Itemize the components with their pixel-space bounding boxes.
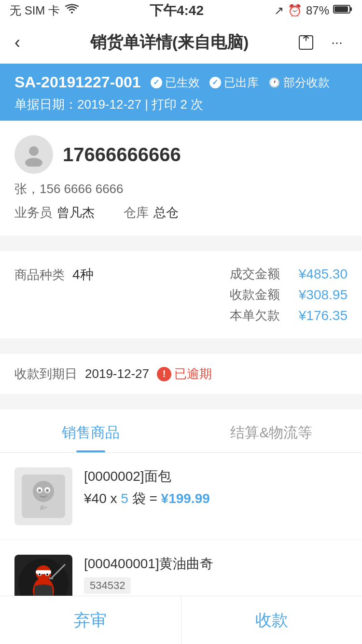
- header-banner: SA-20191227-001 ✓ 已生效 ✓ 已出库 🕐 部分收款 单据日期：…: [0, 64, 362, 121]
- product-sku-2: 534532: [84, 577, 131, 594]
- banner-row1: SA-20191227-001 ✓ 已生效 ✓ 已出库 🕐 部分收款: [14, 73, 348, 91]
- tabs-row: 销售商品 结算&物流等: [0, 409, 362, 453]
- customer-id: 17666666666: [63, 144, 181, 166]
- back-button[interactable]: ‹: [14, 32, 43, 53]
- warehouse-label: 仓库: [124, 204, 149, 221]
- status-time: 下午4:42: [150, 1, 204, 20]
- due-label: 收款到期日: [14, 365, 77, 382]
- customer-section: 17666666666 张，156 6666 6666 业务员 曾凡杰 仓库 总…: [0, 121, 362, 236]
- svg-rect-2: [334, 6, 348, 12]
- stat-value-1: ¥308.95: [290, 287, 348, 303]
- svg-point-7: [33, 481, 54, 502]
- svg-point-4: [29, 146, 39, 156]
- customer-contact: 张，156 6666 6666: [14, 181, 348, 197]
- stats-row: 商品种类 4种 成交金额 ¥485.30 收款金额 ¥308.95 本单欠款 ¥…: [14, 266, 348, 324]
- stats-left: 商品种类 4种: [14, 266, 94, 284]
- stat-item-2: 本单欠款 ¥176.35: [230, 307, 348, 324]
- document-date: 单据日期：2019-12-27 | 打印 2 次: [14, 96, 348, 113]
- stat-label-0: 成交金额: [230, 266, 280, 282]
- stat-value-2: ¥176.35: [290, 308, 348, 323]
- category-label: 商品种类: [14, 266, 65, 283]
- wifi-icon: [65, 4, 79, 17]
- category-value: 4种: [72, 266, 94, 284]
- status-right: ↗ ⏰ 87%: [274, 4, 352, 17]
- sim-status: 无 SIM 卡: [10, 3, 60, 18]
- battery-level: 87%: [306, 4, 329, 17]
- avatar: [14, 135, 53, 174]
- order-number: SA-20191227-001: [14, 73, 141, 91]
- status-badge-3: 🕐 部分收款: [268, 75, 330, 90]
- product-item-1: 鼎+ [0000002]面包 ¥40 x 5 袋 = ¥199.99: [0, 453, 362, 540]
- reject-button[interactable]: 弃审: [0, 596, 181, 644]
- product-thumb-1: 鼎+: [14, 467, 72, 525]
- divider-1: [0, 243, 362, 251]
- overdue-text: 已逾期: [174, 365, 212, 382]
- svg-point-10: [38, 489, 41, 492]
- customer-row: 17666666666: [14, 135, 348, 174]
- due-date: 2019-12-27: [85, 366, 149, 381]
- more-button[interactable]: ···: [326, 32, 348, 53]
- product-name-1: [0000002]面包: [84, 467, 348, 486]
- divider-2: [0, 346, 362, 354]
- alarm-icon: ⏰: [288, 4, 302, 17]
- due-section: 收款到期日 2019-12-27 ! 已逾期: [0, 354, 362, 394]
- svg-point-21: [46, 574, 48, 575]
- product-unit-1: 袋: [132, 491, 146, 506]
- location-icon: ↗: [274, 4, 284, 17]
- share-button[interactable]: [295, 32, 317, 53]
- bottom-bar: 弃审 收款: [0, 596, 362, 644]
- svg-rect-1: [350, 7, 352, 11]
- nav-actions: ···: [295, 32, 348, 53]
- tab-sales-products[interactable]: 销售商品: [0, 409, 181, 452]
- stat-label-2: 本单欠款: [230, 307, 280, 324]
- salesperson-label: 业务员: [14, 204, 52, 221]
- status-left: 无 SIM 卡: [10, 3, 79, 18]
- status-badge-1: ✓ 已生效: [151, 75, 200, 90]
- overdue-icon: !: [157, 367, 171, 381]
- product-qty-1: 5: [121, 491, 128, 506]
- battery-icon: [333, 4, 352, 17]
- svg-point-20: [39, 574, 41, 575]
- stat-value-0: ¥485.30: [290, 266, 348, 282]
- svg-point-5: [25, 158, 42, 167]
- product-price-row-1: ¥40 x 5 袋 = ¥199.99: [84, 490, 348, 508]
- product-total-1: ¥199.99: [161, 491, 210, 506]
- check-icon-2: ✓: [209, 77, 221, 88]
- stat-label-1: 收款金额: [230, 286, 280, 303]
- warehouse-info: 仓库 总仓: [124, 204, 179, 221]
- product-name-2: [000400001]黄油曲奇: [84, 555, 348, 573]
- svg-point-11: [46, 489, 49, 492]
- tab-settlement[interactable]: 结算&物流等: [181, 409, 362, 452]
- stats-right: 成交金额 ¥485.30 收款金额 ¥308.95 本单欠款 ¥176.35: [230, 266, 348, 324]
- product-price-1: ¥40: [84, 491, 107, 506]
- stat-item-1: 收款金额 ¥308.95: [230, 286, 348, 303]
- check-icon-1: ✓: [151, 77, 162, 88]
- svg-text:鼎+: 鼎+: [40, 505, 47, 510]
- clock-icon: 🕐: [268, 77, 280, 88]
- svg-rect-23: [49, 577, 53, 579]
- status-badge-2: ✓ 已出库: [209, 75, 259, 90]
- salesperson-value: 曾凡杰: [57, 204, 95, 221]
- warehouse-value: 总仓: [153, 204, 179, 221]
- divider-3: [0, 402, 362, 409]
- overdue-badge: ! 已逾期: [157, 365, 212, 382]
- stat-item-0: 成交金额 ¥485.30: [230, 266, 348, 282]
- collect-button[interactable]: 收款: [181, 596, 362, 644]
- page-title: 销货单详情(来自电脑): [43, 31, 295, 54]
- stats-section: 商品种类 4种 成交金额 ¥485.30 收款金额 ¥308.95 本单欠款 ¥…: [0, 251, 362, 338]
- status-bar: 无 SIM 卡 下午4:42 ↗ ⏰ 87%: [0, 0, 362, 21]
- customer-meta: 业务员 曾凡杰 仓库 总仓: [14, 204, 348, 221]
- salesperson-info: 业务员 曾凡杰: [14, 204, 95, 221]
- product-info-1: [0000002]面包 ¥40 x 5 袋 = ¥199.99: [84, 467, 348, 508]
- tabs-section: 销售商品 结算&物流等: [0, 409, 362, 453]
- nav-bar: ‹ 销货单详情(来自电脑) ···: [0, 21, 362, 64]
